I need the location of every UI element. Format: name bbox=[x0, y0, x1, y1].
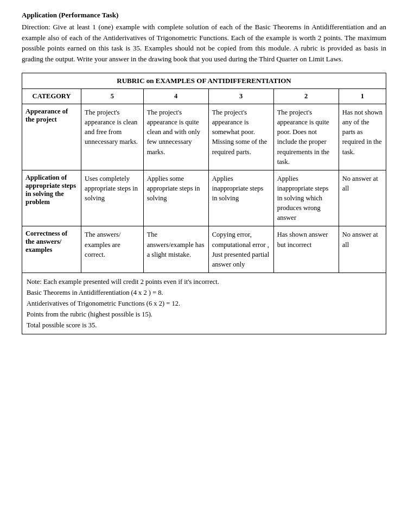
rubric-title: RUBRIC on EXAMPLES OF ANTIDIFFERENTIATIO… bbox=[22, 73, 386, 89]
rubric-table: RUBRIC on EXAMPLES OF ANTIDIFFERENTIATIO… bbox=[22, 73, 386, 334]
category-cell-1: Application of appropriate steps in solv… bbox=[22, 170, 81, 226]
col-header-4: 4 bbox=[143, 89, 208, 104]
category-cell-0: Appearance of the project bbox=[22, 104, 81, 170]
col-header-2: 2 bbox=[273, 89, 339, 104]
note-cell: Note: Each example presented will credit… bbox=[22, 273, 386, 334]
score3-cell-0: The project's appearance is somewhat poo… bbox=[208, 104, 273, 170]
score1-cell-1: No answer at all bbox=[339, 170, 386, 226]
score4-cell-2: The answers/example has a slight mistake… bbox=[143, 226, 208, 273]
col-header-1: 1 bbox=[339, 89, 386, 104]
score3-cell-2: Copying error, computational error , Jus… bbox=[208, 226, 273, 273]
table-row: Correctness of the answers/ examples The… bbox=[22, 226, 386, 273]
score5-cell-2: The answers/ examples are correct. bbox=[81, 226, 144, 273]
col-header-3: 3 bbox=[208, 89, 273, 104]
col-header-5: 5 bbox=[81, 89, 144, 104]
score5-cell-0: The project's appearance is clean and fr… bbox=[81, 104, 144, 170]
direction-text: Direction: Give at least 1 (one) example… bbox=[22, 22, 386, 64]
category-cell-2: Correctness of the answers/ examples bbox=[22, 226, 81, 273]
score1-cell-0: Has not shown any of the parts as requir… bbox=[339, 104, 386, 170]
score1-cell-2: No answer at all bbox=[339, 226, 386, 273]
table-row: Application of appropriate steps in solv… bbox=[22, 170, 386, 226]
table-row: Appearance of the project The project's … bbox=[22, 104, 386, 170]
page-title: Application (Performance Task) bbox=[22, 11, 386, 20]
score2-cell-1: Applies inappropriate steps in solving w… bbox=[273, 170, 339, 226]
score5-cell-1: Uses completely appropriate steps in sol… bbox=[81, 170, 144, 226]
score4-cell-1: Applies some appropriate steps in solvin… bbox=[143, 170, 208, 226]
score3-cell-1: Applies inappropriate steps in solving bbox=[208, 170, 273, 226]
note-row: Note: Each example presented will credit… bbox=[22, 273, 386, 334]
col-header-category: CATEGORY bbox=[22, 89, 81, 104]
score2-cell-0: The project's appearance is quite poor. … bbox=[273, 104, 339, 170]
score2-cell-2: Has shown answer but incorrect bbox=[273, 226, 339, 273]
score4-cell-0: The project's appearance is quite clean … bbox=[143, 104, 208, 170]
